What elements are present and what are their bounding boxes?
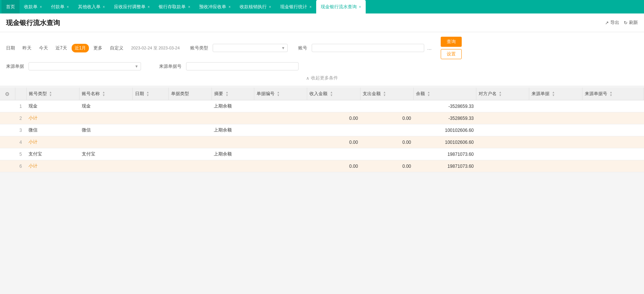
sort-icon: ▲▼ xyxy=(146,91,149,97)
close-icon[interactable]: × xyxy=(188,5,190,9)
top-navigation: 首页 收款单 × 付款单 × 其他收入单 × 应收应付调整单 × 银行存取款单 … xyxy=(0,0,644,13)
nav-tab-home[interactable]: 首页 xyxy=(2,0,20,13)
source-doc-cell xyxy=(529,160,582,172)
account-name-cell xyxy=(80,160,133,172)
col-account-name-label: 账号名称 xyxy=(82,91,100,96)
account-dots-btn[interactable]: ... xyxy=(427,45,432,51)
nav-tab-receipt-verify-label: 收款核销执行 xyxy=(240,4,267,10)
nav-tab-receipt[interactable]: 收款单 × xyxy=(20,0,47,13)
filter-row-1: 日期 昨天 今天 近7天 近1月 更多 自定义 2023-02-24 至 202… xyxy=(6,37,638,59)
nav-tab-receipt-verify[interactable]: 收款核销执行 × xyxy=(235,0,276,13)
doc-no-cell xyxy=(254,148,307,160)
col-source-doc-header[interactable]: 来源单据 ▲▼ xyxy=(529,88,582,100)
source-doc-no-filter-label: 来源单据号 xyxy=(159,63,182,70)
date-7days-btn[interactable]: 近7天 xyxy=(53,44,70,52)
date-custom-btn[interactable]: 自定义 xyxy=(107,44,126,52)
source-doc-no-input[interactable] xyxy=(186,62,299,70)
sort-icon: ▲▼ xyxy=(277,91,280,97)
account-type-cell: 小计 xyxy=(26,160,80,172)
table-row[interactable]: 6小计0.000.0019871073.60 xyxy=(0,160,644,172)
expense-cell xyxy=(360,100,413,112)
chevron-down-icon: ▾ xyxy=(282,45,284,51)
summary-cell xyxy=(212,136,254,148)
summary-cell: 上期余额 xyxy=(212,148,254,160)
query-button[interactable]: 查询 xyxy=(441,37,462,47)
account-filter-label: 账号 xyxy=(298,45,307,51)
date-1month-btn[interactable]: 近1月 xyxy=(72,44,89,52)
col-balance-label: 余额 xyxy=(416,91,425,96)
income-cell xyxy=(307,100,360,112)
summary-cell xyxy=(212,160,254,172)
account-name-cell: 支付宝 xyxy=(80,148,133,160)
sort-icon: ▲▼ xyxy=(499,91,502,97)
settings-button[interactable]: 设置 xyxy=(441,49,462,59)
table-container: ⚙ 账号类型 ▲▼ 账号名称 ▲▼ 日期 ▲▼ 单据类型 xyxy=(0,88,644,172)
col-doc-no-header[interactable]: 单据编号 ▲▼ xyxy=(254,88,307,100)
col-account-name-header[interactable]: 账号名称 ▲▼ xyxy=(80,88,133,100)
counterparty-cell xyxy=(476,124,529,136)
nav-tab-cash-bank-stat[interactable]: 现金银行统计 × xyxy=(276,0,316,13)
source-doc-cell xyxy=(529,124,582,136)
close-icon[interactable]: × xyxy=(103,5,105,9)
nav-tab-ar-ap-adjust[interactable]: 应收应付调整单 × xyxy=(110,0,155,13)
account-input[interactable] xyxy=(312,44,424,52)
col-source-doc-no-label: 来源单据号 xyxy=(585,91,607,96)
row-num-cell: 2 xyxy=(15,112,26,124)
date-cell xyxy=(132,100,168,112)
balance-cell: 100102606.60 xyxy=(413,136,476,148)
row-num-cell: 3 xyxy=(15,124,26,136)
account-type-select[interactable]: ▾ xyxy=(213,44,288,52)
col-settings-header[interactable]: ⚙ xyxy=(0,88,15,100)
source-doc-no-cell xyxy=(582,136,644,148)
refresh-button[interactable]: ↻ 刷新 xyxy=(624,19,638,26)
nav-tab-other-income[interactable]: 其他收入单 × xyxy=(74,0,110,13)
gear-icon[interactable]: ⚙ xyxy=(5,91,10,97)
sort-icon: ▲▼ xyxy=(49,91,52,97)
col-expense-header[interactable]: 支出金额 ▲▼ xyxy=(360,88,413,100)
collapse-bar[interactable]: ∧ 收起更多条件 xyxy=(6,73,638,83)
source-doc-no-cell xyxy=(582,100,644,112)
table-row[interactable]: 3微信微信上期余额100102606.60 xyxy=(0,124,644,136)
date-today-btn[interactable]: 今天 xyxy=(36,44,51,52)
date-yesterday-btn[interactable]: 昨天 xyxy=(20,44,35,52)
page-header: 现金银行流水查询 ↗ 导出 ↻ 刷新 xyxy=(0,13,644,32)
source-doc-select[interactable]: ▾ xyxy=(29,62,141,70)
col-source-doc-no-header[interactable]: 来源单据号 ▲▼ xyxy=(582,88,644,100)
col-summary-header[interactable]: 摘要 ▲▼ xyxy=(212,88,254,100)
col-counterparty-header[interactable]: 对方户名 ▲▼ xyxy=(476,88,529,100)
close-icon[interactable]: × xyxy=(40,5,42,9)
source-doc-no-cell xyxy=(582,124,644,136)
account-type-cell: 小计 xyxy=(26,136,80,148)
close-icon[interactable]: × xyxy=(67,5,69,9)
export-button[interactable]: ↗ 导出 xyxy=(605,19,619,26)
col-date-header[interactable]: 日期 ▲▼ xyxy=(132,88,168,100)
nav-tab-prepay-offset-label: 预收冲应收单 xyxy=(199,4,226,10)
date-cell xyxy=(132,160,168,172)
nav-tab-payment[interactable]: 付款单 × xyxy=(47,0,74,13)
table-row[interactable]: 1现金现金上期余额-3528659.33 xyxy=(0,100,644,112)
table-row[interactable]: 5支付宝支付宝上期余额19871073.60 xyxy=(0,148,644,160)
col-expense-label: 支出金额 xyxy=(363,91,381,96)
close-icon[interactable]: × xyxy=(269,5,271,9)
doc-no-cell xyxy=(254,136,307,148)
date-cell xyxy=(132,124,168,136)
close-icon[interactable]: × xyxy=(148,5,150,9)
chevron-down-icon: ▾ xyxy=(135,64,138,69)
close-icon[interactable]: × xyxy=(359,5,361,9)
col-account-type-header[interactable]: 账号类型 ▲▼ xyxy=(26,88,80,100)
nav-tab-bank-deposit[interactable]: 银行存取款单 × xyxy=(154,0,195,13)
date-more-btn[interactable]: 更多 xyxy=(90,44,105,52)
sort-icon: ▲▼ xyxy=(427,91,430,97)
row-checkbox-cell xyxy=(0,136,15,148)
col-balance-header[interactable]: 余额 ▲▼ xyxy=(413,88,476,100)
close-icon[interactable]: × xyxy=(309,5,312,9)
table-row[interactable]: 2小计0.000.00-3528659.33 xyxy=(0,112,644,124)
nav-tab-prepay-offset[interactable]: 预收冲应收单 × xyxy=(195,0,235,13)
income-cell: 0.00 xyxy=(307,136,360,148)
doc-type-cell xyxy=(169,124,212,136)
col-income-header[interactable]: 收入金额 ▲▼ xyxy=(307,88,360,100)
nav-tab-cash-bank-flow[interactable]: 现金银行流水查询 × xyxy=(316,0,366,13)
close-icon[interactable]: × xyxy=(228,5,231,9)
row-num-cell: 5 xyxy=(15,148,26,160)
table-row[interactable]: 4小计0.000.00100102606.60 xyxy=(0,136,644,148)
